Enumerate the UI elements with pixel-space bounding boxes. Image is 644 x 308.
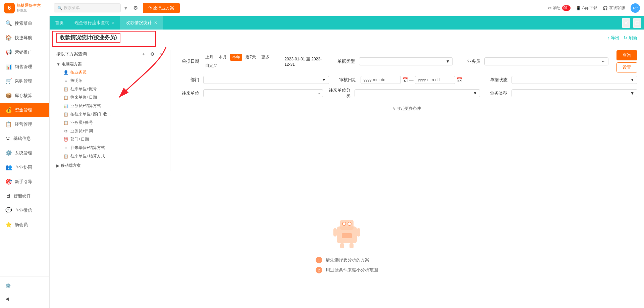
date-custom-btn[interactable]: 自定义 [203,62,219,69]
sidebar-item-basics[interactable]: 🗂 基础信息 [0,132,49,146]
sidebar-item-inventory[interactable]: 📦 库存核算 [0,88,49,103]
partner-select[interactable]: ··· [203,89,323,97]
scheme-mobile-header[interactable]: ▶ 移动端方案 [56,162,165,169]
refresh-btn[interactable]: ↻ 刷新 [624,35,637,41]
scheme-item-partner-dept[interactable]: 📋 按往来单位+部门+收... [56,110,165,118]
partner-category-select[interactable]: ▼ [355,89,480,97]
page-title: 收款情况统计(按业务员) [56,33,120,43]
voucher-status-select[interactable]: ▼ [512,76,637,84]
trial-btn[interactable]: 体验行业方案 [143,3,180,13]
tab-close-collection[interactable]: ✕ [154,20,157,25]
app-download-btn[interactable]: 📱 App下载 [576,5,597,11]
scheme-collapse-btn[interactable]: « [157,50,165,58]
refresh-icon: ↻ [624,35,627,40]
scheme-header-icons: + ⚙ « [140,50,165,58]
export-btn[interactable]: ↑ 导出 [607,35,620,41]
filter-row-partner: 往来单位 ··· 往来单位分类 ▼ [176,87,637,99]
finance-icon: 💰 [5,107,12,113]
date-last-month-btn[interactable]: 上月 [203,54,215,61]
scheme-settings-btn[interactable]: ⚙ [149,50,156,58]
date-this-month-btn[interactable]: 本月 [217,54,229,61]
chart-icon: 📊 [63,103,68,109]
tab-maximize-btn[interactable]: ⊡ [633,18,641,28]
filter-settings-btn[interactable]: 设置 [616,62,637,72]
sidebar-item-purchase[interactable]: 🛒 采购管理 [0,74,49,88]
table-icon-2: 📋 [63,95,68,100]
scheme-item-partner-payment-1[interactable]: ≡ 往来单位+结算方式 [56,144,165,152]
date-more-btn[interactable]: 更多 [259,54,271,61]
sidebar-item-collab[interactable]: 👥 企业协同 [0,160,49,174]
phone-icon: 📱 [576,6,581,10]
date-control: 上月 本月 本年 近7天 更多 自定义 2023-01-01 至 [203,54,327,69]
scheme-add-btn[interactable]: + [140,50,147,58]
logo-area: 6 畅捷通好生意 标准版 [4,3,54,13]
collapse-bar[interactable]: ∧ 收起更多条件 [176,103,637,114]
messages-label: 消息 [553,5,561,11]
scheme-item-sales-payment[interactable]: 📊 业务员+结算方式 [56,102,165,110]
sidebar-item-system[interactable]: ⚙️ 系统管理 [0,146,49,160]
scheme-item-partner-acct[interactable]: 📋 往来单位+账号 [56,85,165,93]
sidebar-item-search[interactable]: 🔍 搜索菜单 [0,16,49,31]
empty-step-2: 2 用过滤条件来缩小分析范围 [316,267,378,273]
voucher-status-label: 单据状态 [484,77,507,83]
sidebar-item-member[interactable]: ⭐ 畅会员 [0,217,49,232]
tab-bank-flow[interactable]: 现金银行流水查询 ✕ [69,16,120,30]
tab-close-all-btn[interactable]: ✕ [622,18,630,28]
scheme-item-sales-acct[interactable]: 📋 业务员+账号 [56,118,165,127]
sidebar-item-wechat[interactable]: 💬 企业微信 [0,203,49,217]
query-btn[interactable]: 查询 [616,50,637,60]
date-shortcuts: 上月 本月 本年 近7天 更多 自定义 [203,54,280,69]
sidebar-item-finance[interactable]: 💰 资金管理 [0,103,49,117]
svg-rect-5 [357,228,360,237]
business-type-select[interactable]: ▼ [512,89,637,97]
partner-category-label: 往来单位分类 [327,87,351,99]
filter-row-dept: 部门 ▼ 审核日期 📅 — [176,76,637,84]
scheme-pc-header[interactable]: ▼ 电脑端方案 [56,60,165,68]
online-service-btn[interactable]: 🎧 在线客服 [603,5,625,11]
calendar-icon-end[interactable]: 📅 [457,77,462,83]
tab-bar-right: ✕ ⊡ [619,16,644,30]
scheme-item-partner-payment-2[interactable]: 📋 往来单位+结算方式 [56,152,165,160]
voucher-type-select[interactable]: ▼ [359,57,453,65]
dept-select[interactable]: ▼ [203,76,329,84]
sidebar-collapse-btn[interactable]: ◀ [0,292,49,305]
date-this-year-btn[interactable]: 本年 [230,54,242,61]
header-search-box[interactable]: 🔍 搜索菜单 [54,3,121,12]
sidebar-item-hardware[interactable]: 🖥 智能硬件 [0,189,49,203]
partner-label: 往来单位 [176,90,199,96]
sidebar-bottom: ⚙️ ◀ [0,276,49,308]
scheme-item-detail[interactable]: ≡ 按明细 [56,76,165,85]
messages-btn[interactable]: ✉ 消息 99+ [548,5,571,11]
tab-collection-stats[interactable]: 收款情况统计 ✕ [120,16,163,30]
sidebar-item-sales[interactable]: 📊 销售管理 [0,59,49,74]
sales-icon: 📊 [5,63,12,70]
sidebar-item-guide[interactable]: 🎯 新手引导 [0,174,49,189]
page-actions: ↑ 导出 ↻ 刷新 [607,35,638,41]
sidebar-item-quicknav[interactable]: 🏠 快捷导航 [0,31,49,45]
empty-step-1: 1 请先选择要分析的方案 [316,257,378,263]
tab-close-bank[interactable]: ✕ [111,20,115,25]
calendar-icon-start[interactable]: 📅 [402,77,408,83]
messages-badge: 99+ [562,5,571,11]
review-date-start-input[interactable] [361,76,401,84]
header-dropdown-btn[interactable]: ▼ [123,5,128,11]
user-avatar[interactable]: Rit [631,3,640,13]
date-7days-btn[interactable]: 近7天 [244,54,258,61]
member-icon: ⭐ [5,221,12,228]
scheme-item-salesperson[interactable]: 👤 按业务员 [56,68,165,76]
date-label: 单据日期 [176,58,199,64]
review-date-end-input[interactable] [415,76,455,84]
svg-rect-4 [333,228,337,237]
sidebar-item-marketing[interactable]: 📢 营销推广 [0,45,49,59]
scheme-item-dept-date[interactable]: ⏰ 部门+日期 [56,135,165,144]
sidebar-item-operations[interactable]: 📋 经营管理 [0,117,49,132]
app-name: 畅捷通好生意 [17,3,41,8]
sidebar-settings-btn[interactable]: ⚙️ [0,279,49,292]
search-placeholder: 搜索菜单 [64,5,80,11]
tab-home[interactable]: 首页 [50,16,69,30]
header-gear-btn[interactable]: ⚙ [131,3,140,13]
salesperson-select[interactable]: ··· [484,57,608,65]
scheme-header-label: 按以下方案查询 [56,51,87,57]
scheme-item-partner-date[interactable]: 📋 往来单位+日期 [56,93,165,102]
scheme-item-sales-date[interactable]: ⚙ 业务员+日期 [56,127,165,135]
